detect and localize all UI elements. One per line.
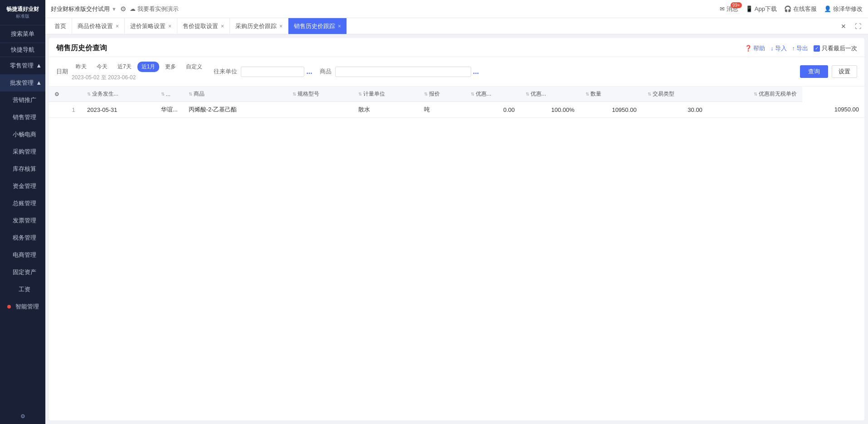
tab-purchase-strategy[interactable]: 进价策略设置 × [125,18,177,34]
sort-tx-type-icon: ⇅ [648,92,651,96]
th-product[interactable]: ⇅ 商品 [183,87,287,102]
th-spec[interactable]: ⇅ 规格型号 [287,87,353,102]
app-download-label: App下载 [755,5,777,13]
page-header: 销售历史价查询 ❓ 帮助 ↓ 导入 ↑ 导出 ✓ 只看最后一次 [49,38,864,57]
tab-sale-price-extract-label: 售价提取设置 [183,22,218,30]
date-filter-label: 日期 [56,67,68,76]
demo-button[interactable]: ☁ 我要看实例演示 [130,5,179,13]
topbar-gear-icon[interactable]: ⚙ [120,5,126,13]
tab-product-price[interactable]: 商品价格设置 × [72,18,125,34]
messages-icon: ✉ [720,5,725,12]
th-price[interactable]: ⇅ 报价 [419,87,465,102]
date-btn-custom[interactable]: 自定义 [182,62,206,72]
sidebar-item-tax[interactable]: 税务管理 [0,229,45,246]
source-filter-group: 往来单位 ... [214,67,312,77]
demo-label: 我要看实例演示 [137,5,179,13]
date-btn-yesterday[interactable]: 昨天 [72,62,91,72]
th-tx-type[interactable]: ⇅ 交易类型 [642,87,708,102]
tab-sale-price-extract[interactable]: 售价提取设置 × [177,18,230,34]
sidebar-item-purchase[interactable]: 采购管理 [0,143,45,160]
th-unit[interactable]: ⇅ 计量单位 [353,87,419,102]
sidebar-settings-button[interactable]: ⚙ [0,409,45,424]
sidebar-item-inventory[interactable]: 库存核算 [0,160,45,178]
tab-purchase-history[interactable]: 采购历史价跟踪 × [230,18,288,34]
th-dots[interactable]: ⇅ ... [156,87,183,102]
tab-purchase-strategy-close-icon[interactable]: × [168,23,171,29]
product-input[interactable] [335,67,471,77]
sidebar-item-retail[interactable]: 零售管理 ▲ [0,57,45,74]
tab-close-button[interactable]: ✕ [837,20,850,33]
sidebar-item-ecommerce2[interactable]: 电商管理 [0,246,45,264]
query-button[interactable]: 查询 [800,65,828,78]
source-input[interactable] [241,67,304,77]
sidebar-item-fixed-assets[interactable]: 固定资产 [0,264,45,281]
page-header-actions: ❓ 帮助 ↓ 导入 ↑ 导出 ✓ 只看最后一次 [745,44,857,53]
tab-home[interactable]: 首页 [49,18,72,34]
topbar: 好业财标准版交付试用 ▼ ⚙ ☁ 我要看实例演示 ✉ 消息 99+ 📱 App下… [45,0,868,18]
th-quantity[interactable]: ⇅ 数量 [580,87,642,102]
date-btn-today[interactable]: 今天 [93,62,112,72]
online-service-button[interactable]: 🎧 在线客服 [784,5,817,13]
sort-discount-val-icon: ⇅ [526,92,529,96]
sort-icon: ⇅ [87,92,91,96]
tab-purchase-history-close-icon[interactable]: × [279,23,283,29]
only-last-checkbox[interactable]: ✓ 只看最后一次 [814,44,857,53]
date-btn-1month[interactable]: 近1月 [137,62,160,72]
th-gear: ⚙ [49,87,65,102]
main-area: 好业财标准版交付试用 ▼ ⚙ ☁ 我要看实例演示 ✉ 消息 99+ 📱 App下… [45,0,868,424]
sort-unit-icon: ⇅ [358,92,362,96]
date-btn-7days[interactable]: 近7天 [113,62,136,72]
tab-sale-price-extract-close-icon[interactable]: × [221,23,224,29]
filter-actions: 查询 设置 [800,65,857,78]
sidebar-item-payroll[interactable]: 工资 [0,281,45,298]
sidebar-quick-nav[interactable]: 快捷导航 [0,43,45,57]
import-icon: ↓ [770,45,774,52]
th-pretax-price[interactable]: ⇅ 优惠前无税单价 [708,87,802,102]
messages-button[interactable]: ✉ 消息 99+ [720,5,738,13]
sidebar-item-sales[interactable]: 销售管理 [0,109,45,126]
th-discount-pct[interactable]: ⇅ 优惠... [465,87,520,102]
settings-button[interactable]: 设置 [832,65,857,78]
filter-bar: 日期 昨天 今天 近7天 近1月 更多 自定义 2023-05-02 至 202… [49,57,864,87]
import-link[interactable]: ↓ 导入 [770,44,787,53]
source-dots-button[interactable]: ... [306,67,312,76]
sidebar-item-smart[interactable]: 智能管理 [0,298,45,315]
sidebar-search[interactable]: 搜索菜单 [0,25,45,43]
sidebar-item-marketing[interactable]: 营销推广 [0,92,45,109]
app-selector-dropdown[interactable]: 好业财标准版交付试用 ▼ [51,5,117,13]
sidebar: 畅捷通好业财 标准版 搜索菜单 快捷导航 零售管理 ▲ 批发管理 ▲ 营销推广 … [0,0,45,424]
export-label: 导出 [796,44,808,53]
date-filter-group: 日期 昨天 今天 近7天 近1月 更多 自定义 2023-05-02 至 202… [56,62,206,82]
tab-sales-history[interactable]: 销售历史价跟踪 × [288,18,347,34]
gear-header-icon[interactable]: ⚙ [54,91,59,97]
row-dots-cell: 华谊... [156,102,183,118]
product-dots-button[interactable]: ... [473,67,479,76]
th-business-date[interactable]: ⇅ 业务发生... [82,87,156,102]
page-title: 销售历史价查询 [56,43,107,53]
tab-product-price-label: 商品价格设置 [78,22,113,30]
app-selector-label: 好业财标准版交付试用 [51,5,110,13]
user-menu-button[interactable]: 👤 徐泽华修改 [824,5,863,13]
row-discount-val-cell: 10950.00 [580,102,642,118]
sidebar-item-ledger[interactable]: 总账管理 [0,195,45,212]
sort-product-icon: ⇅ [189,92,192,96]
sidebar-item-finance[interactable]: 资金管理 [0,178,45,195]
tab-sales-history-close-icon[interactable]: × [338,23,341,29]
app-download-button[interactable]: 📱 App下载 [746,5,777,13]
help-link[interactable]: ❓ 帮助 [745,44,765,53]
tabbar: 首页 商品价格设置 × 进价策略设置 × 售价提取设置 × 采购历史价跟踪 × … [45,18,868,34]
tab-product-price-close-icon[interactable]: × [116,23,119,29]
th-discount-val[interactable]: ⇅ 优惠... [520,87,580,102]
sidebar-item-ecommerce[interactable]: 小畅电商 [0,126,45,143]
date-btn-more[interactable]: 更多 [161,62,180,72]
sidebar-item-invoice[interactable]: 发票管理 [0,212,45,229]
export-icon: ↑ [792,45,795,52]
date-range-display: 2023-05-02 至 2023-06-02 [72,74,206,82]
sort-price-icon: ⇅ [424,92,428,96]
sort-pretax-icon: ⇅ [754,92,757,96]
tab-expand-button[interactable]: ⛶ [852,20,864,33]
export-link[interactable]: ↑ 导出 [792,44,809,53]
sidebar-item-wholesale[interactable]: 批发管理 ▲ [0,74,45,92]
smart-dot [7,305,11,308]
sort-quantity-icon: ⇅ [585,92,589,96]
